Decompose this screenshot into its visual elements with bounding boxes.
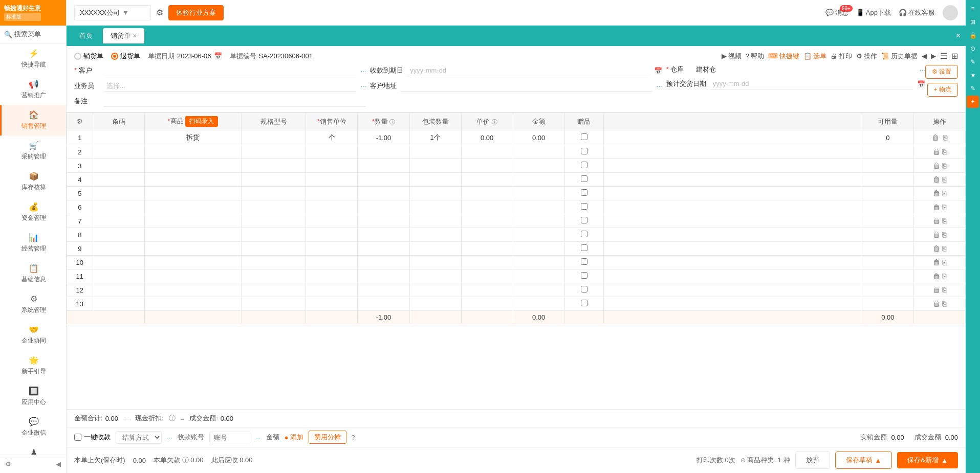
th-settings[interactable]: ⚙ xyxy=(67,113,93,130)
nav-prev-icon[interactable]: ◀ xyxy=(922,52,927,60)
history-button[interactable]: 📜 历史单据 xyxy=(881,52,918,61)
sidebar-item-basic[interactable]: 📋 基础信息 xyxy=(0,258,66,289)
row-price-1[interactable]: 0.00 xyxy=(461,130,513,145)
tab-sales-order[interactable]: 销货单 × xyxy=(103,28,144,43)
sidebar-item-system[interactable]: ⚙ 系统管理 xyxy=(0,289,66,320)
delete-icon[interactable]: 🗑 xyxy=(933,148,940,156)
copy-icon[interactable]: ⎘ xyxy=(942,272,946,280)
remarks-input[interactable] xyxy=(104,96,366,107)
trial-button[interactable]: 体验行业方案 xyxy=(168,5,224,20)
sidebar-search[interactable]: 🔍 搜索菜单 xyxy=(0,26,66,43)
copy-row-icon[interactable]: ⎘ xyxy=(943,133,947,142)
discard-button[interactable]: 放弃 xyxy=(795,452,830,469)
delete-icon[interactable]: 🗑 xyxy=(933,162,940,170)
copy-icon[interactable]: ⎘ xyxy=(942,189,946,197)
copy-icon[interactable]: ⎘ xyxy=(942,244,946,253)
delete-icon[interactable]: 🗑 xyxy=(933,203,940,211)
row-unit-1[interactable]: 个 xyxy=(306,130,358,145)
sidebar-item-wechat[interactable]: 💬 企业微信 xyxy=(0,412,66,442)
panel-btn-4[interactable]: ⊙ xyxy=(967,42,979,55)
row-amount-1[interactable]: 0.00 xyxy=(513,130,564,145)
delete-row-icon[interactable]: 🗑 xyxy=(932,133,939,142)
customer-dots[interactable]: ··· xyxy=(360,67,366,75)
sidebar-item-operations[interactable]: 📊 经营管理 xyxy=(0,228,66,258)
video-button[interactable]: ▶ 视频 xyxy=(722,52,742,61)
delete-icon[interactable]: 🗑 xyxy=(933,189,940,197)
delete-icon[interactable]: 🗑 xyxy=(933,272,940,280)
expense-button[interactable]: 费用分摊 xyxy=(309,431,346,444)
grid-view-icon[interactable]: ⊞ xyxy=(951,51,958,61)
tab-close-icon[interactable]: × xyxy=(133,32,137,39)
customer-input[interactable] xyxy=(104,65,356,76)
list-view-icon[interactable]: ☰ xyxy=(940,51,947,61)
copy-icon[interactable]: ⎘ xyxy=(942,148,946,156)
expected-date-input[interactable] xyxy=(710,78,913,89)
type-icon[interactable]: ⊙ xyxy=(741,456,746,464)
sidebar-item-apps[interactable]: 🔲 应用中心 xyxy=(0,381,66,412)
print-button[interactable]: 🖨 打印 xyxy=(831,52,852,61)
message-button[interactable]: 💬 消息 99+ xyxy=(825,8,848,17)
app-download-button[interactable]: 📱 App下载 xyxy=(856,8,891,17)
discount-help-icon[interactable]: ⓘ xyxy=(169,414,176,423)
row-qty-1[interactable]: -1.00 xyxy=(358,130,409,145)
expense-help-icon[interactable]: ? xyxy=(352,434,355,441)
sidebar-item-purchase[interactable]: 🛒 采购管理 xyxy=(0,136,66,166)
delete-icon[interactable]: 🗑 xyxy=(933,231,940,239)
salesperson-input[interactable] xyxy=(104,80,356,92)
copy-icon[interactable]: ⎘ xyxy=(942,286,946,294)
tabbar-close-icon[interactable]: × xyxy=(956,31,961,40)
delete-icon[interactable]: 🗑 xyxy=(933,300,940,308)
help-button[interactable]: ? 帮助 xyxy=(746,52,764,61)
row-product-1[interactable]: 拆货 xyxy=(144,130,241,145)
row-pack-1[interactable]: 1个 xyxy=(409,130,461,145)
copy-icon[interactable]: ⎘ xyxy=(942,300,946,308)
panel-btn-3[interactable]: 🔒 xyxy=(967,29,979,41)
select-button[interactable]: 📋 选单 xyxy=(803,52,826,61)
warehouse-dots[interactable]: ··· xyxy=(920,66,925,74)
account-dots[interactable]: ··· xyxy=(255,434,261,441)
copy-icon[interactable]: ⎘ xyxy=(942,258,946,266)
copy-icon[interactable]: ⎘ xyxy=(942,217,946,225)
sidebar-item-finance[interactable]: 💰 资金管理 xyxy=(0,197,66,228)
nav-next-icon[interactable]: ▶ xyxy=(931,52,936,60)
add-payment-button[interactable]: ● 添加 xyxy=(285,433,303,442)
copy-icon[interactable]: ⎘ xyxy=(942,175,946,184)
sidebar-item-sales[interactable]: 🏠 销售管理 xyxy=(0,105,66,136)
address-dots[interactable]: ··· xyxy=(657,82,662,90)
settings-icon[interactable]: ⚙ xyxy=(5,460,11,468)
total-owe-help[interactable]: ⓘ xyxy=(182,456,189,464)
radio-return-order[interactable]: 退货单 xyxy=(111,52,140,61)
payment-method-dots[interactable]: ··· xyxy=(167,434,172,441)
sidebar-item-quicknav[interactable]: ⚡ 快捷导航 xyxy=(0,43,66,74)
delete-icon[interactable]: 🗑 xyxy=(933,286,940,294)
copy-icon[interactable]: ⎘ xyxy=(942,231,946,239)
copy-icon[interactable]: ⎘ xyxy=(942,203,946,211)
shortcut-button[interactable]: ⌨ 快捷键 xyxy=(768,52,799,61)
panel-btn-6[interactable]: ★ xyxy=(967,69,979,81)
radio-sales-order[interactable]: 销货单 xyxy=(74,52,103,61)
copy-icon[interactable]: ⎘ xyxy=(942,162,946,170)
delete-icon[interactable]: 🗑 xyxy=(933,244,940,253)
panel-btn-7[interactable]: ✎ xyxy=(967,82,979,95)
row-barcode-1[interactable] xyxy=(93,130,144,145)
row-gift-1[interactable] xyxy=(564,130,603,145)
sidebar-item-marketing[interactable]: 📢 营销推广 xyxy=(0,74,66,105)
expected-date-calendar-icon[interactable]: 📅 xyxy=(917,80,925,88)
logistics-button[interactable]: + 物流 xyxy=(927,83,958,97)
sidebar-item-corp[interactable]: 🤝 企业协同 xyxy=(0,320,66,350)
row-spec-1[interactable] xyxy=(242,130,306,145)
delete-icon[interactable]: 🗑 xyxy=(933,217,940,225)
setting-button[interactable]: ⚙ 设置 xyxy=(925,65,958,79)
sidebar-item-guide[interactable]: 🌟 新手引导 xyxy=(0,350,66,381)
panel-btn-8[interactable]: ✦ xyxy=(967,96,979,108)
collapse-icon[interactable]: ◀ xyxy=(56,460,61,468)
scan-button[interactable]: 扫码录入 xyxy=(185,116,218,127)
ops-button[interactable]: ⚙ 操作 xyxy=(856,52,877,61)
settings-gear-icon[interactable]: ⚙ xyxy=(156,8,163,17)
save-draft-chevron[interactable]: ▲ xyxy=(875,457,882,464)
payment-method-select[interactable]: 结算方式 xyxy=(116,431,162,444)
online-service-button[interactable]: 🎧 在线客服 xyxy=(899,8,935,17)
sidebar-item-member[interactable]: ♟ 畅会员 xyxy=(0,442,66,455)
save-draft-button[interactable]: 保存草稿 ▲ xyxy=(835,452,892,469)
calendar-icon[interactable]: 📅 xyxy=(214,52,222,60)
